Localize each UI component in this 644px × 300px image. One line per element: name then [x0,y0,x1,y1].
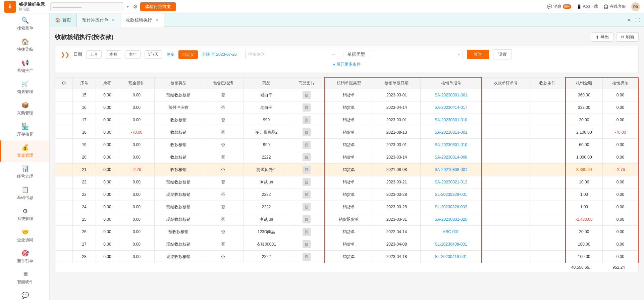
col-include-settled-header: 包含已结清 [202,77,244,89]
sidebar-item-operation[interactable]: 📊 经营管理 [0,162,49,183]
col-collection-condition-cell [530,89,566,101]
col-verify-amount-cell: 20.00 [566,226,603,238]
tab-collection[interactable]: 收款核销执行 ✕ [120,13,164,27]
col-cash-discount-cell: 0.00 [119,89,155,101]
message-button[interactable]: 💬 消息 99+ [547,4,571,9]
goods-img-cell: 🖼 [289,176,325,188]
tab-home[interactable]: 🏠 首页 [50,13,77,27]
filter-custom[interactable]: 自定义 [178,50,198,59]
filter-7-days[interactable]: 近7天 [145,50,162,59]
sidebar-item-marketing[interactable]: 📢 营销推广 [0,56,49,77]
col-goods-cell: 2222 [244,188,289,201]
col-collection-order-cell [482,251,530,263]
col-settings-header[interactable]: ⚙ [55,77,73,89]
refresh-button[interactable]: ↺ 刷新 [616,32,639,42]
sidebar-item-hardware[interactable]: 🖥 智能硬件 [0,267,49,288]
export-button[interactable]: ⬆ 导出 [591,32,613,42]
col-bill-report-no-cell: SA-20230314-008 [421,151,482,164]
sidebar-item-inventory[interactable]: 🏪 库存核算 [0,119,49,140]
filter-collapse-icon[interactable]: ❯❯ [61,51,69,58]
expand-row: ▾ 展开更多条件 [61,61,633,68]
user-avatar[interactable]: Rit [631,2,640,11]
col-goods-cell: 老白干 [244,89,289,101]
expand-arrow-icon: ▾ [333,62,335,67]
col-collection-order-cell [482,226,530,238]
global-search[interactable]: ▬▬▬▬▬▬▬ [50,2,124,11]
partner-field[interactable]: 往来单位 ··· [245,50,339,59]
col-cash-discount-cell: 0.00 [119,226,155,238]
col-bill-report-no-cell: SA-20230301-010 [421,114,482,126]
sidebar-item-purchase[interactable]: 📦 采购管理 [0,98,49,119]
sidebar-item-enterprise[interactable]: 🤝 企业协同 [0,225,49,246]
col-verify-discount-cell: 0.00 [602,89,638,101]
col-verify-amount-cell: 1.00 [566,188,603,201]
col-bill-report-no-cell: SA-20230331-026 [421,213,482,226]
col-verify-discount-cell: -2.76 [602,164,638,176]
col-bill-report-type-cell: 销货单 [325,164,373,176]
col-bill-report-no-cell: SL-20230328-001 [421,188,482,201]
filter-more[interactable]: 更多 [166,52,174,57]
online-service-button[interactable]: 🎧 在线客服 [603,4,626,9]
col-collection-condition-cell [530,251,566,263]
col-verify-type-cell: 预付冲应收 [154,101,202,114]
industry-solution-button[interactable]: 体验行业方案 [140,2,176,11]
col-cash-discount-cell: 0.00 [119,151,155,164]
sidebar-item-quick-nav[interactable]: 🏠 快捷导航 [0,35,49,56]
filter-this-month[interactable]: 本月 [106,50,121,59]
col-cash-discount-cell: 0.00 [119,101,155,114]
col-collection-order-cell [482,176,530,188]
goods-img-cell: 🖼 [289,238,325,251]
sidebar-item-wechat[interactable]: 💬 企业微信 [0,288,49,300]
sidebar-item-search[interactable]: 🔍 搜索菜单 [0,13,49,35]
tab-close-all-icon[interactable]: ✕ [626,16,633,24]
col-verify-amount-cell: 100.00 [566,238,603,251]
tab-collection-close-icon[interactable]: ✕ [155,18,158,22]
query-button[interactable]: 查询 [467,50,489,59]
sidebar-item-guide[interactable]: 🎯 新手引导 [0,246,49,267]
col-balance-cell: 0.00 [96,226,119,238]
sidebar-item-capital[interactable]: 💰 资金管理 [0,140,49,162]
col-include-settled-cell: 否 [202,139,244,151]
table-settings-icon[interactable]: ⚙ [62,80,66,86]
hardware-icon: 🖥 [22,271,28,278]
col-verify-type-cell: 收款核销 [154,126,202,139]
filter-this-year[interactable]: 本年 [125,50,141,59]
col-balance-cell: 0.00 [96,176,119,188]
search-icon: 🔍 [21,17,29,24]
col-goods-cell: 2222 [244,201,289,213]
table-row: 27 0.00 0.00 现结收款核销 否 衣服00001 🖼 销货单 2023… [55,238,639,251]
col-balance-cell: 0.00 [96,139,119,151]
sidebar-item-basic[interactable]: 📋 基础信息 [0,183,49,204]
col-collection-order-header: 收款单订单号 [482,77,530,89]
col-verify-discount-cell: 0.00 [602,238,638,251]
search-chevron-icon[interactable]: ▾ [127,4,129,9]
goods-img-cell: 🖼 [289,114,325,126]
col-cash-discount-cell: 0.00 [119,201,155,213]
app-download-button[interactable]: 📱 App下载 [577,4,598,9]
settings-icon[interactable]: ⚙ [133,3,138,10]
col-verify-type-cell: 现结收款核销 [154,201,202,213]
expand-conditions-button[interactable]: ▾ 展开更多条件 [330,61,363,68]
col-bill-report-type-cell: 销货单 [325,89,373,101]
settings-button[interactable]: 设置 [493,49,512,59]
col-collection-order-cell [482,188,530,201]
col-include-settled-cell: 否 [202,114,244,126]
goods-img-cell: 🖼 [289,213,325,226]
tab-expand-icon[interactable]: ⛶ [634,16,641,24]
sidebar-item-system[interactable]: ⚙ 系统管理 [0,204,49,225]
col-bill-report-type-cell: 销货退货单 [325,213,373,226]
tab-bar: 🏠 首页 预付冲应付单 ✕ 收款核销执行 ✕ ✕ ⛶ [50,13,644,27]
tab-prepay-close-icon[interactable]: ✕ [112,18,115,22]
purchase-icon: 📦 [21,101,29,109]
filter-last-month[interactable]: 上月 [86,50,102,59]
col-collection-condition-cell [530,114,566,126]
tab-prepay[interactable]: 预付冲应付单 ✕ [77,13,120,27]
bill-type-select[interactable]: ▾ [369,50,463,59]
page-header: 收款核销执行(按收款) ⬆ 导出 ↺ 刷新 [55,32,639,42]
page-title: 收款核销执行(按收款) [55,33,113,41]
sidebar-item-sales[interactable]: 🛒 销售管理 [0,77,49,98]
col-cash-discount-cell: 0.00 [119,188,155,201]
capital-icon: 💰 [21,144,29,151]
col-verify-amount-cell: 1.00 [566,201,603,213]
col-settings-cell [55,213,73,226]
